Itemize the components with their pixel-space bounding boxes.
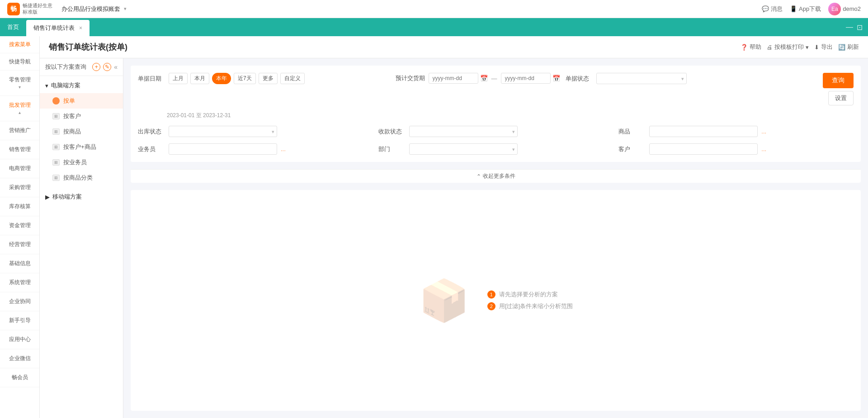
date-btn-this-month[interactable]: 本月 <box>190 73 209 84</box>
scheme-item-by-customer[interactable]: ⊞ 按客户 <box>40 109 123 124</box>
app-dropdown-icon[interactable]: ▾ <box>124 6 127 12</box>
add-scheme-btn[interactable]: + <box>92 63 100 71</box>
date-quick-btns: 上月 本月 本年 近7天 更多 自定义 <box>169 73 305 84</box>
print-btn[interactable]: 🖨 按模板打印 ▾ <box>767 43 809 51</box>
empty-hint-1: 1 请先选择要分析的方案 <box>487 290 573 299</box>
sidebar-item-sales[interactable]: 销售管理 <box>0 140 39 159</box>
goods-ellipsis-btn[interactable]: ... <box>761 128 766 135</box>
scheme-item-by-customer-goods[interactable]: ⊞ 按客户+商品 <box>40 139 123 155</box>
pc-scheme-group: ▾ 电脑端方案 按单 ⊞ 按客户 ⊞ 按商品 <box>40 76 123 187</box>
expected-date-start-input[interactable] <box>429 73 478 84</box>
scheme-item-by-order[interactable]: 按单 <box>40 93 123 109</box>
goods-label: 商品 <box>618 128 646 136</box>
date-btn-custom[interactable]: 自定义 <box>280 73 305 84</box>
pc-group-arrow-icon: ▾ <box>45 82 48 89</box>
sidebar-item-operations[interactable]: 经营管理 <box>0 235 39 254</box>
delivery-status-select[interactable] <box>169 126 277 137</box>
left-panel: 按以下方案查询 + ✎ « ▾ 电脑端方案 按单 <box>40 58 123 418</box>
date-btn-last-month[interactable]: 上月 <box>169 73 188 84</box>
filter-section: 单据日期 上月 本月 本年 近7天 更多 自定义 预计交货期 <box>131 66 861 162</box>
scheme-item-by-salesperson[interactable]: ⊞ 按业务员 <box>40 155 123 170</box>
date-btn-last-7-days[interactable]: 近7天 <box>234 73 256 84</box>
expected-date-label: 预计交货期 <box>396 74 425 82</box>
payment-status-select-wrap: ▾ <box>409 126 518 137</box>
mobile-scheme-group-title[interactable]: ▶ 移动端方案 <box>40 189 123 204</box>
sidebar-item-wholesale[interactable]: 批发管理 ▴ <box>0 96 39 121</box>
scheme-panel-icons: + ✎ « <box>92 63 118 71</box>
date-filter-label: 单据日期 <box>138 75 165 83</box>
hint-1-number: 1 <box>487 290 495 299</box>
avatar: Ea <box>828 3 841 15</box>
sidebar-item-enterprise[interactable]: 企业协同 <box>0 292 39 311</box>
calendar-start-icon[interactable]: 📅 <box>480 75 488 82</box>
tab-close-btn[interactable]: × <box>79 25 82 31</box>
doc-status-select[interactable] <box>596 73 687 84</box>
collapse-label: 收起更多条件 <box>483 172 515 180</box>
tab-sales-order[interactable]: 销售订单统计表 × <box>26 20 90 36</box>
sidebar-item-marketing[interactable]: 营销推广 <box>0 121 39 140</box>
payment-status-select[interactable] <box>409 126 518 137</box>
department-select-wrap: ▾ <box>409 143 518 155</box>
expected-date-end-input[interactable] <box>501 73 551 84</box>
by-customer-goods-icon: ⊞ <box>52 144 60 150</box>
sidebar-item-purchase[interactable]: 采购管理 <box>0 178 39 197</box>
customer-input[interactable] <box>649 143 758 155</box>
sidebar-item-basic-info[interactable]: 基础信息 <box>0 254 39 273</box>
delivery-status-label: 出库状态 <box>138 128 165 136</box>
sidebar-item-system[interactable]: 系统管理 <box>0 273 39 292</box>
tab-minimize-btn[interactable]: — <box>846 23 853 31</box>
collapse-bar[interactable]: ⌃ 收起更多条件 <box>131 169 861 183</box>
collapse-panel-btn[interactable]: « <box>114 63 118 71</box>
doc-status-label: 单据状态 <box>566 75 593 83</box>
refresh-btn[interactable]: 🔄 刷新 <box>838 43 859 51</box>
help-btn[interactable]: ❓ 帮助 <box>741 43 761 51</box>
department-select[interactable] <box>409 143 518 155</box>
message-btn[interactable]: 💬 消息 <box>762 5 783 13</box>
calendar-end-icon[interactable]: 📅 <box>552 75 560 82</box>
salesperson-ellipsis-btn[interactable]: ... <box>281 146 286 152</box>
query-btn[interactable]: 查询 <box>823 73 854 88</box>
tab-bar-actions: — ⊡ <box>846 23 868 32</box>
print-icon: 🖨 <box>767 44 773 51</box>
sidebar-item-retail[interactable]: 零售管理 ▾ <box>0 71 39 96</box>
sidebar-item-wechat[interactable]: 企业微信 <box>0 349 39 368</box>
date-btn-this-year[interactable]: 本年 <box>212 73 231 84</box>
help-icon: ❓ <box>741 44 748 51</box>
salesperson-label: 业务员 <box>138 145 165 153</box>
logo-area: 畅 畅捷通好生意 标准版 <box>7 3 52 15</box>
collapse-arrow-icon: ⌃ <box>476 173 481 180</box>
sidebar-item-quick-nav[interactable]: 快捷导航 <box>0 53 39 71</box>
user-avatar-btn[interactable]: Ea demo2 <box>828 3 861 15</box>
sidebar-item-app-center[interactable]: 应用中心 <box>0 330 39 349</box>
date-btn-more[interactable]: 更多 <box>259 73 278 84</box>
salesperson-input[interactable] <box>169 143 277 155</box>
scheme-item-by-category[interactable]: ⊞ 按商品分类 <box>40 170 123 185</box>
scheme-item-by-goods[interactable]: ⊞ 按商品 <box>40 124 123 139</box>
edit-scheme-btn[interactable]: ✎ <box>103 63 111 71</box>
app-title: 办公用品行业模拟账套 <box>61 5 120 13</box>
payment-status-label: 收款状态 <box>378 128 406 136</box>
goods-input[interactable] <box>649 126 758 137</box>
payment-status-col: 收款状态 ▾ <box>378 126 613 137</box>
sidebar-item-member[interactable]: 畅会员 <box>0 368 39 387</box>
pc-scheme-group-title[interactable]: ▾ 电脑端方案 <box>40 78 123 93</box>
download-icon: 📱 <box>790 5 797 12</box>
sidebar-item-newbie[interactable]: 新手引导 <box>0 311 39 330</box>
page-title: 销售订单统计表(按单) <box>49 42 127 52</box>
delivery-status-col: 出库状态 ▾ <box>138 126 373 137</box>
settings-btn[interactable]: 设置 <box>828 91 854 105</box>
sidebar-item-search-menu[interactable]: 搜索菜单 <box>0 36 39 53</box>
empty-state: 📦 1 请先选择要分析的方案 2 用[过滤]条件来缩小分析范围 <box>131 190 861 411</box>
sidebar-item-finance[interactable]: 资金管理 <box>0 216 39 235</box>
sidebar-item-ecommerce[interactable]: 电商管理 <box>0 159 39 178</box>
app-download-btn[interactable]: 📱 App下载 <box>790 5 821 13</box>
date-range-text: 2023-01-01 至 2023-12-31 <box>167 112 854 119</box>
hint-1-text: 请先选择要分析的方案 <box>499 290 558 299</box>
customer-col: 客户 ... <box>618 143 854 155</box>
export-btn[interactable]: ⬇ 导出 <box>814 43 833 51</box>
empty-illustration: 📦 <box>419 277 469 324</box>
sidebar-item-inventory[interactable]: 库存核算 <box>0 197 39 216</box>
tab-home[interactable]: 首页 <box>0 18 26 36</box>
tab-maximize-btn[interactable]: ⊡ <box>857 23 863 32</box>
customer-ellipsis-btn[interactable]: ... <box>761 146 766 152</box>
